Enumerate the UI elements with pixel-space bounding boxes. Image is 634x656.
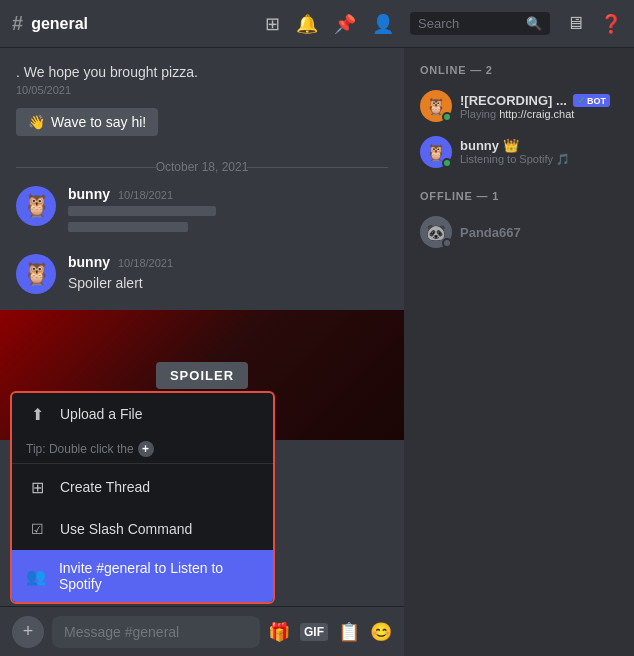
top-bar-icons: ⊞ 🔔 📌 👤 🔍 🖥 ❓ — [265, 12, 622, 35]
sidebar-username: ![RECORDING] ... — [460, 93, 567, 108]
pizza-date: 10/05/2021 — [16, 84, 388, 96]
date-divider: October 18, 2021 — [16, 160, 388, 174]
popup-slash-label: Use Slash Command — [60, 521, 192, 537]
message-content: bunny 10/18/2021 — [68, 186, 388, 238]
avatar: 🦉 — [420, 136, 452, 168]
sidebar-user-panda[interactable]: 🐼 Panda667 — [412, 210, 626, 254]
message-author: bunny — [68, 254, 110, 270]
avatar: 🐼 — [420, 216, 452, 248]
popup-spotify-label: Invite #general to Listen to Spotify — [59, 560, 259, 592]
message-line-2 — [68, 222, 188, 232]
message-header: bunny 10/18/2021 — [68, 186, 388, 202]
username-row: ![RECORDING] ... ✓BOT — [460, 93, 618, 108]
popup-item-thread[interactable]: ⊞ Create Thread — [12, 466, 273, 508]
popup-upload-label: Upload a File — [60, 406, 143, 422]
pin-icon[interactable]: 📌 — [334, 13, 356, 35]
status-dot-offline — [442, 238, 452, 248]
sidebar-username: bunny — [460, 138, 499, 153]
wave-emoji: 👋 — [28, 114, 45, 130]
bell-icon[interactable]: 🔔 — [296, 13, 318, 35]
sidebar-user-bunny[interactable]: 🦉 bunny 👑 Listening to Spotify 🎵 — [412, 130, 626, 174]
wave-button[interactable]: 👋 Wave to say hi! — [16, 108, 158, 136]
slash-icon: ☑ — [26, 518, 48, 540]
message-header: bunny 10/18/2021 — [68, 254, 388, 270]
note-icon: 🎵 — [556, 153, 570, 165]
avatar: 🦉 — [420, 90, 452, 122]
spotify-icon: 👥 — [26, 565, 47, 587]
monitor-icon[interactable]: 🖥 — [566, 13, 584, 34]
popup-item-upload[interactable]: ⬆ Upload a File — [12, 393, 273, 435]
message-text: Spoiler alert — [68, 275, 143, 291]
chat-area: . We hope you brought pizza. 10/05/2021 … — [0, 48, 404, 656]
chat-input-bar: + 🎁 GIF 📋 😊 — [0, 606, 404, 656]
sidebar-username: Panda667 — [460, 225, 521, 240]
search-icon: 🔍 — [526, 16, 542, 31]
input-icons: 🎁 GIF 📋 😊 — [268, 621, 392, 643]
table-row: 🦉 bunny 10/18/2021 Spoiler alert — [16, 254, 388, 294]
popup-item-slash[interactable]: ☑ Use Slash Command — [12, 508, 273, 550]
user-info: bunny 👑 Listening to Spotify 🎵 — [460, 138, 618, 166]
upload-icon: ⬆ — [26, 403, 48, 425]
avatar: 🦉 — [16, 186, 56, 226]
user-info: Panda667 — [460, 223, 618, 241]
wave-label: Wave to say hi! — [51, 114, 146, 130]
top-bar: # general ⊞ 🔔 📌 👤 🔍 🖥 ❓ — [0, 0, 634, 48]
plus-icon: + — [23, 621, 34, 642]
popup-item-spotify[interactable]: 👥 Invite #general to Listen to Spotify — [12, 550, 273, 602]
message-input[interactable] — [52, 616, 260, 648]
check-icon: ✓ — [577, 95, 585, 106]
spoiler-button[interactable]: SPOILER — [156, 362, 248, 389]
pizza-message: . We hope you brought pizza. — [16, 64, 388, 80]
emoji-icon[interactable]: 😊 — [370, 621, 392, 643]
gift-icon[interactable]: 🎁 — [268, 621, 290, 643]
online-header: ONLINE — 2 — [412, 60, 626, 80]
crown-icon: 👑 — [503, 138, 519, 153]
popup-menu: ⬆ Upload a File Tip: Double click the + … — [10, 391, 275, 604]
offline-header: OFFLINE — 1 — [412, 186, 626, 206]
gif-icon[interactable]: GIF — [300, 623, 328, 641]
channel-name: general — [31, 15, 88, 33]
search-input[interactable] — [418, 16, 520, 31]
bot-badge: ✓BOT — [573, 94, 610, 107]
message-content: bunny 10/18/2021 Spoiler alert — [68, 254, 388, 294]
status-dot-online — [442, 112, 452, 122]
popup-divider-1 — [12, 463, 273, 464]
message-time: 10/18/2021 — [118, 257, 173, 269]
message-time: 10/18/2021 — [118, 189, 173, 201]
message-author: bunny — [68, 186, 110, 202]
channel-hash-icon: # — [12, 12, 23, 35]
table-row: 🦉 bunny 10/18/2021 — [16, 186, 388, 238]
sidebar-status: Playing http://craig.chat — [460, 108, 618, 120]
popup-thread-label: Create Thread — [60, 479, 150, 495]
message-line-1 — [68, 206, 216, 216]
search-bar[interactable]: 🔍 — [410, 12, 550, 35]
help-icon[interactable]: ❓ — [600, 13, 622, 35]
tip-circle-icon: + — [138, 441, 154, 457]
threads-icon[interactable]: ⊞ — [265, 13, 280, 35]
sidebar-status: Listening to Spotify 🎵 — [460, 153, 618, 166]
sticker-icon[interactable]: 📋 — [338, 621, 360, 643]
add-attachment-button[interactable]: + — [12, 616, 44, 648]
members-icon[interactable]: 👤 — [372, 13, 394, 35]
sidebar-user-recording[interactable]: 🦉 ![RECORDING] ... ✓BOT Playing http://c… — [412, 84, 626, 128]
user-info: ![RECORDING] ... ✓BOT Playing http://cra… — [460, 93, 618, 120]
right-sidebar: ONLINE — 2 🦉 ![RECORDING] ... ✓BOT Playi… — [404, 48, 634, 656]
tip-text: Tip: Double click the — [26, 442, 134, 456]
main-area: . We hope you brought pizza. 10/05/2021 … — [0, 48, 634, 656]
username-row: bunny 👑 — [460, 138, 618, 153]
avatar: 🦉 — [16, 254, 56, 294]
thread-icon: ⊞ — [26, 476, 48, 498]
popup-tip: Tip: Double click the + — [12, 435, 273, 461]
status-dot-online — [442, 158, 452, 168]
